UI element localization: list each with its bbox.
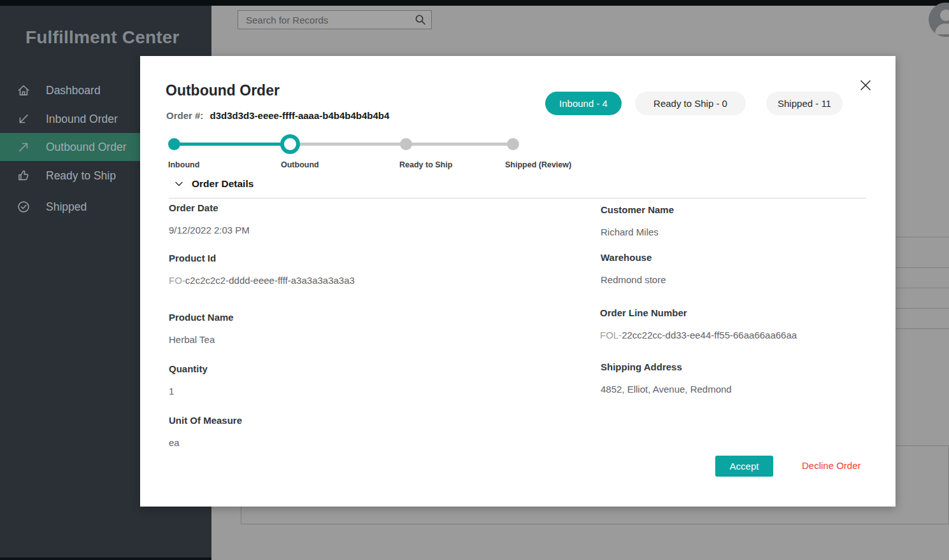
field-value: ea [169, 437, 242, 448]
dimmed-table-row-line [895, 237, 949, 237]
step-label-shipped-review: Shipped (Review) [505, 160, 571, 169]
pill-inbound-count[interactable]: Inbound - 4 [545, 92, 622, 115]
field-label: Unit Of Measure [169, 415, 242, 426]
accept-button[interactable]: Accept [715, 456, 773, 477]
field-warehouse: Warehouse Redmond store [601, 252, 666, 285]
arrow-down-left-icon [17, 112, 31, 126]
order-progress-stepper: Inbound Outbound Ready to Ship Shipped (… [166, 132, 662, 177]
field-order-line-number: Order Line Number FOL-22cc22cc-dd33-ee44… [600, 307, 797, 340]
pill-shipped-count[interactable]: Shipped - 11 [766, 92, 843, 115]
section-title: Order Details [192, 178, 253, 190]
field-value: Redmond store [601, 274, 666, 285]
sidebar-item-label: Inbound Order [46, 113, 118, 126]
stepper-line-complete [174, 143, 290, 146]
id-prefix: FO- [169, 275, 185, 286]
dimmed-table-row-line [895, 308, 949, 309]
field-value: FOL-22cc22cc-dd33-ee44-ff55-66aa66aa66aa [600, 330, 797, 340]
field-unit-of-measure: Unit Of Measure ea [169, 415, 242, 448]
step-dot-shipped [507, 138, 519, 150]
search-input[interactable] [238, 10, 432, 29]
thumbs-up-icon [17, 169, 31, 183]
field-customer-name: Customer Name Richard Miles [601, 204, 674, 237]
section-divider [169, 198, 866, 199]
field-label: Product Id [169, 253, 355, 263]
step-label-outbound: Outbound [281, 160, 319, 169]
step-dot-outbound-current [280, 134, 300, 154]
step-label-ready-to-ship: Ready to Ship [399, 160, 452, 169]
outbound-order-dialog: Outbound Order Order #: d3d3d3d3-eeee-ff… [140, 56, 895, 507]
record-search [238, 10, 432, 29]
app-title: Fulfillment Center [25, 27, 180, 48]
field-label: Customer Name [601, 204, 674, 215]
field-value: Richard Miles [601, 227, 674, 237]
decline-order-button[interactable]: Decline Order [802, 460, 861, 471]
field-value: 4852, Elliot, Avenue, Redmond [601, 384, 732, 395]
sidebar-item-label: Dashboard [46, 84, 101, 97]
step-dot-inbound [168, 138, 180, 150]
order-number-row: Order #: d3d3d3d3-eeee-ffff-aaaa-b4b4b4b… [166, 110, 389, 121]
sidebar-item-label: Ready to Ship [46, 169, 116, 183]
field-value: 1 [169, 386, 208, 396]
arrow-up-right-icon [17, 140, 31, 154]
sidebar-bottom-strip [0, 557, 211, 560]
field-label: Quantity [169, 363, 208, 374]
id-prefix: FOL- [600, 330, 622, 340]
field-product-name: Product Name Herbal Tea [169, 312, 234, 345]
home-icon [17, 83, 31, 97]
top-black-bar [0, 0, 949, 6]
sidebar-item-label: Shipped [46, 200, 87, 214]
field-quantity: Quantity 1 [169, 363, 208, 396]
field-product-id: Product Id FO-c2c2c2c2-dddd-eeee-ffff-a3… [169, 253, 355, 286]
sidebar-item-label: Outbound Order [46, 141, 126, 154]
field-value: FO-c2c2c2c2-dddd-eeee-ffff-a3a3a3a3a3a3 [169, 275, 355, 286]
order-number-value: d3d3d3d3-eeee-ffff-aaaa-b4b4b4b4b4b4 [210, 110, 390, 121]
field-value: 9/12/2022 2:03 PM [169, 225, 250, 235]
field-order-date: Order Date 9/12/2022 2:03 PM [169, 202, 250, 235]
step-dot-ready-to-ship [400, 138, 412, 150]
field-label: Shipping Address [601, 361, 732, 372]
chevron-down-icon [173, 178, 185, 190]
check-circle-icon [17, 200, 31, 214]
field-shipping-address: Shipping Address 4852, Elliot, Avenue, R… [601, 361, 732, 395]
user-avatar[interactable] [929, 3, 949, 37]
dimmed-table-row-line [895, 288, 949, 288]
field-label: Warehouse [601, 252, 666, 263]
field-value: Herbal Tea [169, 334, 234, 345]
field-label: Order Line Number [600, 307, 797, 318]
dimmed-table-row-line [895, 267, 949, 268]
step-label-inbound: Inbound [168, 160, 199, 169]
search-icon[interactable] [414, 13, 427, 26]
close-icon[interactable] [859, 78, 873, 92]
dimmed-table-row-line [895, 328, 949, 329]
order-details-section-toggle[interactable]: Order Details [173, 178, 253, 190]
pill-ready-to-ship-count[interactable]: Ready to Ship - 0 [635, 92, 746, 115]
field-label: Product Name [169, 312, 234, 323]
dialog-title: Outbound Order [166, 82, 280, 99]
field-label: Order Date [169, 202, 250, 213]
order-number-label: Order #: [166, 110, 203, 121]
